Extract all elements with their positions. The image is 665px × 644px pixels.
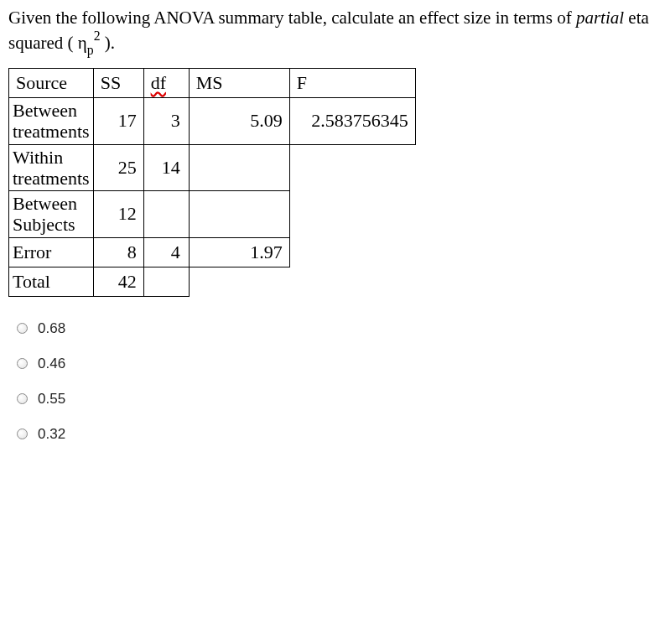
label-line: Subjects [13, 214, 75, 235]
cell-df: 3 [143, 97, 189, 144]
option-label: 0.68 [38, 320, 65, 337]
table-row: Error 8 4 1.97 [9, 237, 416, 267]
header-source: Source [9, 68, 94, 97]
cell-empty [289, 237, 415, 267]
question-close: ). [101, 33, 116, 53]
question-prefix: Given the following ANOVA summary table,… [8, 8, 576, 28]
header-ss: SS [93, 68, 143, 97]
cell-f: 2.583756345 [289, 97, 415, 144]
radio-icon[interactable] [17, 323, 28, 334]
cell-between-treatments-label: Between treatments [9, 97, 94, 144]
table-row: Between treatments 17 3 5.09 2.583756345 [9, 97, 416, 144]
cell-ms-empty [189, 144, 289, 191]
cell-empty [289, 144, 415, 191]
table-row: Between Subjects 12 [9, 191, 416, 238]
cell-df-empty [143, 191, 189, 238]
eta-subscript: p [87, 43, 94, 57]
eta-letter: η [78, 33, 87, 53]
label-line: Within [13, 147, 63, 168]
eta-squared-symbol: ηp2 [78, 33, 101, 53]
cell-ss: 8 [93, 237, 143, 267]
cell-ms: 1.97 [189, 237, 289, 267]
option-d[interactable]: 0.32 [8, 426, 657, 443]
option-label: 0.46 [38, 356, 65, 372]
question-text: Given the following ANOVA summary table,… [8, 7, 657, 58]
radio-icon[interactable] [17, 358, 28, 369]
cell-ss: 12 [93, 191, 143, 238]
anova-table: Source SS df MS F Between treatments 17 … [8, 68, 416, 297]
label-line: treatments [13, 168, 90, 189]
label-line: Between [13, 193, 77, 214]
cell-within-treatments-label: Within treatments [9, 144, 94, 191]
option-c[interactable]: 0.55 [8, 391, 657, 408]
label-line: Between [13, 100, 77, 121]
cell-df: 4 [143, 237, 189, 267]
cell-ss: 25 [93, 144, 143, 191]
eta-superscript: 2 [94, 29, 101, 43]
option-label: 0.32 [38, 426, 65, 443]
table-row: Total 42 [9, 267, 416, 296]
header-ms: MS [189, 68, 289, 97]
header-df: df [143, 68, 189, 97]
header-f: F [289, 68, 415, 97]
cell-ms: 5.09 [189, 97, 289, 144]
cell-error-label: Error [9, 237, 94, 267]
cell-between-subjects-label: Between Subjects [9, 191, 94, 238]
cell-ss: 17 [93, 97, 143, 144]
cell-ms-empty [189, 191, 289, 238]
answer-options: 0.68 0.46 0.55 0.32 [8, 320, 657, 443]
question-partial: partial [576, 8, 624, 28]
cell-empty [289, 267, 415, 296]
radio-icon[interactable] [17, 428, 28, 439]
option-a[interactable]: 0.68 [8, 320, 657, 337]
radio-icon[interactable] [17, 393, 28, 404]
label-line: treatments [13, 121, 90, 142]
header-df-text: df [151, 72, 166, 93]
option-label: 0.55 [38, 391, 65, 408]
cell-empty [189, 267, 289, 296]
table-header-row: Source SS df MS F [9, 68, 416, 97]
option-b[interactable]: 0.46 [8, 356, 657, 372]
cell-ss: 42 [93, 267, 143, 296]
cell-df: 14 [143, 144, 189, 191]
cell-df-empty [143, 267, 189, 296]
cell-total-label: Total [9, 267, 94, 296]
cell-empty [289, 191, 415, 238]
table-row: Within treatments 25 14 [9, 144, 416, 191]
